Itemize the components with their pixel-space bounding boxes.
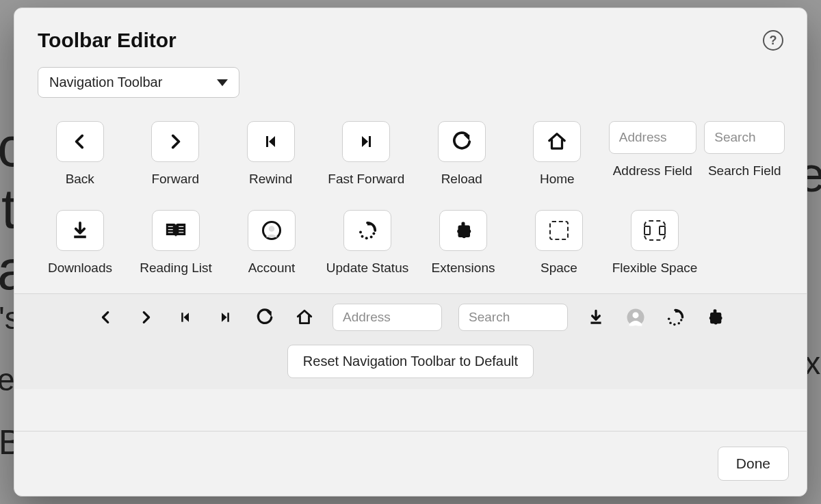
question-mark-icon: ? [770, 34, 777, 48]
svg-point-17 [673, 323, 676, 326]
palette-item-reading-list[interactable]: Reading List [128, 210, 224, 276]
preview-search-field[interactable]: Search [458, 304, 568, 331]
svg-rect-11 [227, 313, 229, 321]
palette-item-label: Reading List [140, 261, 212, 276]
search-field-placeholder: Search [704, 121, 785, 154]
rewind-icon [263, 133, 279, 150]
palette-item-label: Back [66, 172, 94, 187]
dialog-title: Toolbar Editor [38, 29, 177, 52]
palette-item-update-status[interactable]: Update Status [320, 210, 415, 276]
svg-point-9 [372, 232, 375, 235]
svg-point-14 [633, 312, 639, 318]
palette-item-label: Space [540, 261, 577, 276]
chevron-down-icon [217, 79, 228, 86]
palette-item-label: Fast Forward [328, 172, 404, 187]
palette-item-label: Downloads [48, 261, 112, 276]
palette-item-rewind[interactable]: Rewind [223, 121, 319, 187]
palette-item-search-field[interactable]: Search Search Field [701, 121, 790, 187]
svg-rect-2 [74, 235, 86, 238]
toolbar-picker-select[interactable]: Navigation Toolbar [38, 67, 239, 98]
palette-item-label: Account [248, 261, 296, 276]
palette-item-label: Forward [151, 172, 199, 187]
toolbar-editor-dialog: Toolbar Editor ? Navigation Toolbar Back… [14, 8, 807, 496]
help-button[interactable]: ? [763, 30, 783, 51]
forward-icon [166, 131, 184, 152]
svg-point-15 [668, 317, 670, 320]
preview-home[interactable] [293, 306, 316, 329]
dialog-header: Toolbar Editor ? [14, 8, 807, 67]
palette-item-downloads[interactable]: Downloads [32, 210, 128, 276]
palette-item-label: Flexible Space [612, 261, 698, 276]
palette-item-fast-forward[interactable]: Fast Forward [319, 121, 415, 187]
reset-button-label: Reset Navigation Toolbar to Default [303, 354, 518, 369]
preview-rewind[interactable] [174, 306, 197, 329]
svg-point-4 [269, 226, 275, 232]
home-icon [546, 131, 568, 152]
address-field-placeholder: Address [609, 121, 696, 154]
dialog-footer: Done [14, 431, 807, 496]
reload-icon [256, 308, 274, 326]
reload-icon [452, 131, 472, 152]
svg-point-6 [361, 235, 364, 238]
reading-list-icon [164, 221, 187, 240]
palette-item-extensions[interactable]: Extensions [415, 210, 511, 276]
palette-item-label: Home [540, 172, 575, 187]
fast-forward-icon [218, 310, 232, 325]
palette-item-label: Reload [441, 172, 482, 187]
palette-item-home[interactable]: Home [510, 121, 605, 187]
extensions-icon [705, 308, 725, 327]
svg-rect-0 [266, 136, 268, 147]
svg-rect-1 [369, 136, 371, 147]
svg-point-8 [370, 235, 373, 238]
account-icon [261, 220, 282, 241]
svg-point-16 [669, 321, 672, 324]
palette-item-address-field[interactable]: Address Address Field [605, 121, 701, 187]
preview-address-field[interactable]: Address [333, 304, 442, 331]
svg-point-19 [680, 319, 683, 321]
preview-forward[interactable] [134, 306, 157, 329]
preview-fast-forward[interactable] [213, 306, 237, 329]
svg-point-5 [359, 230, 362, 233]
preview-reload[interactable] [253, 306, 276, 329]
svg-point-18 [678, 322, 681, 325]
done-button[interactable]: Done [718, 447, 789, 481]
palette-item-label: Address Field [613, 163, 692, 178]
forward-icon [138, 309, 153, 326]
preview-extensions[interactable] [703, 306, 727, 329]
address-placeholder: Address [343, 310, 391, 325]
space-icon [549, 221, 569, 240]
palette-item-label: Update Status [326, 261, 408, 276]
svg-rect-12 [590, 321, 601, 323]
preview-account[interactable] [624, 306, 647, 329]
toolbar-picker-row: Navigation Toolbar [14, 67, 807, 107]
flexible-space-icon [644, 220, 666, 241]
search-placeholder: Search [469, 310, 510, 325]
palette-item-flexible-space[interactable]: Flexible Space [607, 210, 703, 276]
svg-point-7 [365, 237, 368, 239]
palette-item-label: Rewind [249, 172, 292, 187]
palette-item-label: Extensions [432, 261, 495, 276]
palette-item-label: Search Field [708, 163, 781, 178]
reset-toolbar-button[interactable]: Reset Navigation Toolbar to Default [287, 345, 534, 378]
back-icon [71, 131, 89, 152]
downloads-icon [70, 220, 90, 241]
svg-rect-10 [181, 313, 183, 321]
palette-row-1: Back Forward Rewind Fast Forward [32, 121, 789, 187]
palette-item-reload[interactable]: Reload [414, 121, 510, 187]
palette-item-forward[interactable]: Forward [128, 121, 224, 187]
fast-forward-icon [358, 133, 374, 150]
preview-back[interactable] [94, 306, 118, 329]
preview-toolbar: Address Search Reset Navigation Toolbar … [14, 293, 807, 389]
palette-item-back[interactable]: Back [32, 121, 128, 187]
preview-downloads[interactable] [584, 306, 608, 329]
preview-row: Address Search [94, 304, 727, 331]
account-icon [625, 307, 646, 328]
back-icon [99, 309, 114, 326]
extensions-icon [453, 220, 473, 241]
palette-item-space[interactable]: Space [511, 210, 607, 276]
preview-update-status[interactable] [664, 306, 687, 329]
home-icon [295, 308, 314, 326]
palette-item-account[interactable]: Account [224, 210, 320, 276]
update-status-icon [357, 220, 378, 241]
toolbar-picker-label: Navigation Toolbar [49, 75, 162, 90]
